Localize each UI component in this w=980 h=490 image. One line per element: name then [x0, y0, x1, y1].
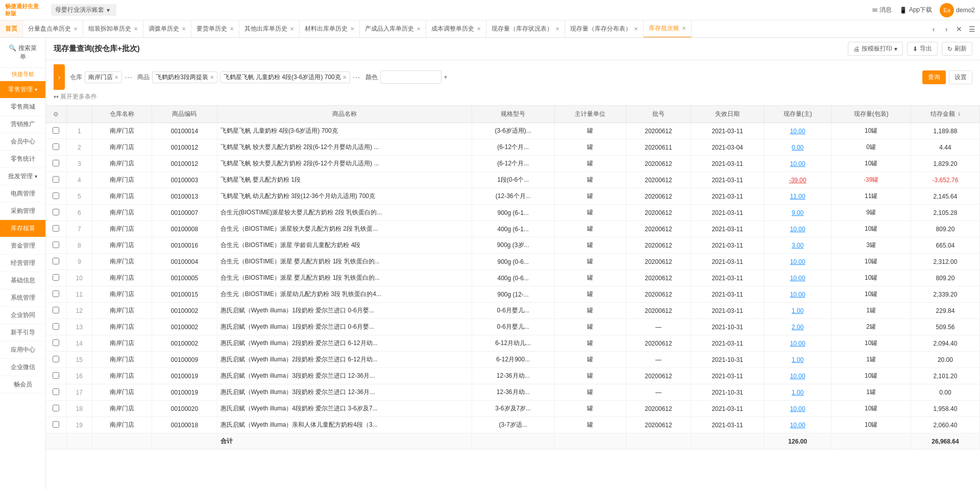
row-checkbox[interactable]: [46, 303, 66, 319]
row-qty-main[interactable]: 10.00: [764, 401, 831, 417]
product-tag-0-close[interactable]: ✕: [210, 75, 214, 80]
balance-info-icon[interactable]: ℹ: [958, 111, 960, 117]
product-tag-1-close[interactable]: ✕: [342, 75, 347, 80]
sidebar-item-vip[interactable]: 畅会员: [0, 376, 45, 394]
tab-prev-button[interactable]: ‹: [928, 23, 939, 35]
tab-close-9[interactable]: ✕: [555, 26, 559, 32]
tab-menu-button[interactable]: ☰: [966, 23, 977, 35]
app-download-button[interactable]: 📱 App下载: [899, 6, 932, 14]
row-checkbox[interactable]: [46, 417, 66, 433]
product-more[interactable]: ···: [353, 72, 360, 83]
sidebar-item-marketing[interactable]: 营销推广: [0, 116, 45, 133]
row-qty-main[interactable]: 1.00: [764, 384, 831, 401]
sidebar-item-basics[interactable]: 基础信息: [0, 272, 45, 289]
row-qty-main[interactable]: 0.00: [764, 139, 831, 156]
tab-close-3[interactable]: ✕: [182, 26, 186, 32]
row-qty-main[interactable]: 10.00: [764, 368, 831, 384]
row-checkbox[interactable]: [46, 205, 66, 221]
tab-7[interactable]: 产成品入库单历史 ✕: [360, 20, 426, 38]
tab-close-7[interactable]: ✕: [416, 26, 421, 32]
tab-close-2[interactable]: ✕: [134, 26, 138, 32]
tab-1[interactable]: 分量盘点单历史 ✕: [23, 20, 83, 38]
row-qty-main[interactable]: 10.00: [764, 156, 831, 172]
industry-selector[interactable]: 母婴行业演示账套 ▾: [51, 4, 116, 16]
row-qty-main[interactable]: 10.00: [764, 286, 831, 303]
tab-close-8[interactable]: ✕: [477, 26, 481, 32]
sidebar-item-system[interactable]: 系统管理: [0, 289, 45, 307]
row-qty-main[interactable]: 10.00: [764, 270, 831, 286]
row-checkbox[interactable]: [46, 319, 66, 335]
sidebar-item-retail[interactable]: 零售管理 ▾: [0, 81, 45, 99]
row-checkbox[interactable]: [46, 139, 66, 156]
color-dropdown-arrow[interactable]: ▾: [444, 74, 447, 81]
refresh-button[interactable]: ↻ 刷新: [942, 42, 972, 56]
row-qty-main[interactable]: 2.00: [764, 319, 831, 335]
row-checkbox[interactable]: [46, 384, 66, 401]
sidebar-item-guide[interactable]: 新手引导: [0, 324, 45, 341]
sidebar-item-wechat[interactable]: 企业微信: [0, 359, 45, 376]
row-checkbox[interactable]: [46, 237, 66, 254]
row-qty-main[interactable]: 1.00: [764, 303, 831, 319]
tab-5[interactable]: 其他出库单历史 ✕: [239, 20, 300, 38]
tab-close-4[interactable]: ✕: [230, 26, 234, 32]
sidebar-item-ecommerce[interactable]: 电商管理: [0, 185, 45, 203]
quick-nav[interactable]: 快捷导航: [0, 68, 45, 81]
tab-11[interactable]: 库存批次账 ✕: [644, 20, 692, 38]
tab-close-10[interactable]: ✕: [634, 26, 638, 32]
row-checkbox[interactable]: [46, 270, 66, 286]
settings-button[interactable]: 设置: [949, 70, 972, 84]
sidebar-item-retail-stats[interactable]: 零售统计: [0, 151, 45, 168]
sidebar-item-apps[interactable]: 应用中心: [0, 341, 45, 359]
sidebar-item-finance[interactable]: 资金管理: [0, 237, 45, 255]
filter-toggle-button[interactable]: ›: [54, 64, 65, 90]
row-qty-main[interactable]: 11.00: [764, 188, 831, 205]
row-checkbox[interactable]: [46, 156, 66, 172]
tab-close-all-button[interactable]: ✕: [953, 23, 965, 35]
sidebar-item-member[interactable]: 会员中心: [0, 133, 45, 151]
row-checkbox[interactable]: [46, 368, 66, 384]
tab-close-1[interactable]: ✕: [74, 26, 78, 32]
sidebar-item-enterprise[interactable]: 企业协同: [0, 307, 45, 324]
sidebar-item-inventory[interactable]: 库存核算: [0, 220, 45, 237]
row-checkbox[interactable]: [46, 352, 66, 368]
sidebar-item-purchase[interactable]: 采购管理: [0, 203, 45, 220]
row-checkbox[interactable]: [46, 188, 66, 205]
tab-9[interactable]: 现存量（库存状况表） ✕: [486, 20, 565, 38]
row-checkbox[interactable]: [46, 221, 66, 237]
row-qty-main[interactable]: 3.00: [764, 237, 831, 254]
row-qty-main[interactable]: 10.00: [764, 417, 831, 433]
tab-6[interactable]: 材料出库单历史 ✕: [300, 20, 360, 38]
row-checkbox[interactable]: [46, 286, 66, 303]
warehouse-tag-close[interactable]: ✕: [114, 75, 118, 80]
tab-next-button[interactable]: ›: [941, 23, 952, 35]
row-qty-main[interactable]: 10.00: [764, 335, 831, 352]
tab-4[interactable]: 要货单历史 ✕: [191, 20, 239, 38]
tab-home[interactable]: 首页: [0, 20, 23, 38]
row-checkbox[interactable]: [46, 335, 66, 352]
warehouse-more[interactable]: ···: [125, 72, 132, 83]
sidebar-item-wholesale[interactable]: 批发管理 ▾: [0, 168, 45, 185]
sidebar-item-management[interactable]: 经营管理: [0, 255, 45, 272]
row-qty-main[interactable]: 10.00: [764, 123, 831, 139]
row-checkbox[interactable]: [46, 123, 66, 139]
tab-8[interactable]: 成本调整单历史 ✕: [426, 20, 486, 38]
messages-button[interactable]: ✉ 消息: [872, 6, 892, 14]
search-menu-button[interactable]: 🔍 搜索菜单: [4, 42, 41, 63]
tab-2[interactable]: 组装拆卸单历史 ✕: [83, 20, 143, 38]
row-checkbox[interactable]: [46, 254, 66, 270]
export-button[interactable]: ⬇ 导出: [907, 42, 938, 56]
tab-close-11[interactable]: ✕: [682, 26, 686, 31]
tab-10[interactable]: 现存量（库存分布表） ✕: [565, 20, 644, 38]
row-qty-main[interactable]: 1.00: [764, 352, 831, 368]
sidebar-item-retail-mall[interactable]: 零售商城: [0, 99, 45, 116]
tab-close-6[interactable]: ✕: [350, 26, 354, 32]
filter-expand-button[interactable]: ▾▾ 展开更多条件: [54, 92, 972, 101]
row-qty-main[interactable]: 10.00: [764, 254, 831, 270]
tab-close-5[interactable]: ✕: [290, 26, 294, 32]
row-checkbox[interactable]: [46, 401, 66, 417]
row-qty-main[interactable]: -39.00: [764, 172, 831, 188]
col-settings[interactable]: ⚙: [46, 106, 66, 123]
row-qty-main[interactable]: 9.00: [764, 205, 831, 221]
row-qty-main[interactable]: 10.00: [764, 221, 831, 237]
print-button[interactable]: 🖨 按模板打印 ▾: [848, 42, 903, 56]
